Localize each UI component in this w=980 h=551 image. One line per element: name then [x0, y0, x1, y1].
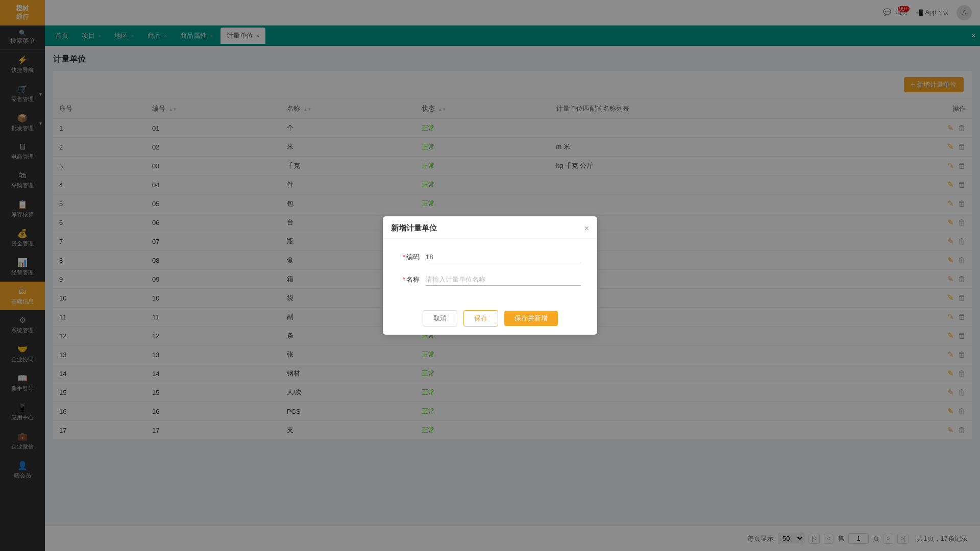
form-code-row: *编码 — [399, 251, 581, 263]
cancel-button[interactable]: 取消 — [423, 310, 457, 327]
dialog-close-button[interactable]: × — [584, 224, 589, 233]
name-input[interactable] — [426, 273, 581, 286]
dialog-header: 新增计量单位 × — [383, 216, 597, 239]
save-and-new-button[interactable]: 保存并新增 — [504, 311, 558, 326]
save-button[interactable]: 保存 — [463, 310, 498, 327]
dialog-body: *编码 *名称 — [383, 239, 597, 304]
dialog-overlay: 新增计量单位 × *编码 *名称 取消 保存 保存并新增 — [0, 0, 980, 551]
add-unit-dialog: 新增计量单位 × *编码 *名称 取消 保存 保存并新增 — [383, 216, 597, 335]
code-label: *编码 — [399, 253, 420, 262]
name-label: *名称 — [399, 275, 420, 284]
dialog-title: 新增计量单位 — [391, 223, 437, 233]
code-input[interactable] — [426, 251, 581, 263]
dialog-footer: 取消 保存 保存并新增 — [383, 304, 597, 335]
form-name-row: *名称 — [399, 273, 581, 286]
